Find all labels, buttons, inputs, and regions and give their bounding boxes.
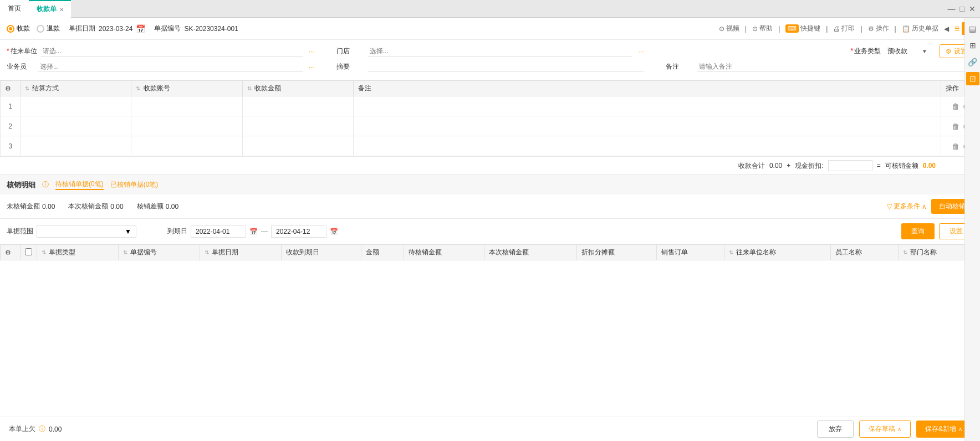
delete-icon-2[interactable]: 🗑 [952,122,959,131]
summary-input[interactable] [368,61,644,72]
th-account-label: 收款账号 [144,84,170,92]
date-dash: — [261,228,268,235]
current-value: 0.00 [110,203,123,211]
account-cell-1[interactable] [131,96,242,116]
history-icon: 📋 [902,25,910,33]
counterpart-input[interactable] [40,46,303,57]
unverified-label: 未核销金额 [7,202,40,211]
form-area: 往来单位 ··· 门店 ··· 业务类型 预收款 ▼ ⚙ 设置 业务员 [0,40,980,80]
right-panel: ▤ ⊞ 🔗 ⊡ [964,18,980,441]
biz-type-chevron-icon[interactable]: ▼ [922,48,927,54]
more-conditions-btn[interactable]: ▽ 更多条件 ∧ [887,202,927,211]
row-num-3: 3 [1,136,21,156]
filter-icon: ▽ [887,203,892,211]
tab-home[interactable]: 首页 [0,0,29,18]
tab-receipt[interactable]: 收款单 × [29,0,71,18]
th-due-label: 收款到期日 [286,248,319,256]
remark-label: 备注 [666,62,693,71]
right-panel-icon-1[interactable]: ▤ [966,22,979,35]
operation-btn[interactable]: ⚙ 操作 [868,24,889,33]
save-new-button[interactable]: 保存&新增 ∧ [916,421,971,438]
remark-cell-3[interactable] [353,136,941,156]
close-button[interactable]: ✕ [969,4,976,13]
amount-cell-1[interactable] [242,96,353,116]
nav-left-icon[interactable]: ◀ [944,25,949,33]
table-gear-icon[interactable]: ⚙ [5,85,11,93]
right-panel-icon-2[interactable]: ⊞ [966,39,979,52]
settlement-cell-2[interactable] [21,116,131,136]
remark-cell-1[interactable] [353,96,941,116]
remark-field: 备注 [666,61,973,72]
th-amount-label: 金额 [366,248,379,256]
shortcut-label: 快捷键 [800,24,820,33]
query-button[interactable]: 查询 [901,223,935,239]
amount-cell-2[interactable] [242,116,353,136]
settlement-cell-3[interactable] [21,136,131,156]
done-tab[interactable]: 已核销单据(0笔) [110,180,159,189]
section-info-icon[interactable]: ⓘ [42,180,49,189]
bottom-gear-icon[interactable]: ⚙ [5,249,11,257]
sort-settlement-icon: ⇅ [25,85,29,91]
th-counterpart-name: ⇅ 往来单位名称 [724,245,831,260]
staff-more-icon[interactable]: ··· [309,63,314,71]
th-staff-name-label: 员工名称 [835,248,862,256]
help-btn[interactable]: ⊙ 帮助 [752,24,773,33]
footer-info-icon[interactable]: ⓘ [39,424,45,434]
footer-info-label: 本单上欠 [9,424,35,434]
settlement-cell-1[interactable] [21,96,131,116]
list-view-icon[interactable]: ≡ [955,24,959,34]
pending-tab[interactable]: 待核销单据(0笔) [55,180,104,190]
remark-input[interactable] [697,61,973,72]
th-doc-num: ⇅ 单据编号 [118,245,200,260]
range-label: 单据范围 [7,227,33,236]
video-btn[interactable]: ⊙ 视频 [719,24,739,33]
maximize-button[interactable]: □ [960,4,964,13]
print-btn[interactable]: 🖨 打印 [833,24,855,33]
date-value: 2023-03-24 [99,25,132,33]
staff-input[interactable] [38,61,303,72]
delete-icon-1[interactable]: 🗑 [952,102,959,111]
date-from-input[interactable] [191,225,246,238]
sort-amount-icon: ⇅ [247,85,252,91]
th-discount: 折扣分摊额 [576,245,656,260]
amount-cell-3[interactable] [242,136,353,156]
right-panel-icon-4[interactable]: ⊡ [966,72,979,85]
date-to-input[interactable] [271,225,326,238]
save-new-chevron-icon: ∧ [958,426,962,432]
select-all-checkbox[interactable] [25,248,32,255]
discount-input[interactable] [828,160,872,171]
biz-type-value: 预收款 [887,47,907,56]
minimize-button[interactable]: — [948,4,956,13]
cal-to-icon[interactable]: 📅 [330,228,338,235]
store-input[interactable] [368,46,633,57]
due-date-field: 到期日 📅 — 📅 [167,225,338,238]
print-icon: 🖨 [833,25,840,33]
sort-date-icon: ⇅ [205,249,209,255]
equals-sign: = [877,162,881,170]
counterpart-field: 往来单位 ··· [7,46,314,57]
remark-cell-2[interactable] [353,116,941,136]
account-cell-2[interactable] [131,116,242,136]
refund-radio[interactable]: 退款 [37,24,60,33]
th-doc-type: ⇅ 单据类型 [37,245,119,260]
diff-stat: 核销差额 0.00 [137,202,178,211]
video-label: 视频 [726,24,739,33]
abandon-button[interactable]: 放弃 [817,421,854,438]
cal-from-icon[interactable]: 📅 [249,228,258,235]
shortcut-btn[interactable]: ⌨ 快捷键 [785,24,820,33]
delete-icon-3[interactable]: 🗑 [952,142,959,151]
store-more-icon[interactable]: ··· [638,48,644,55]
counterpart-more-icon[interactable]: ··· [309,48,314,55]
total-label: 收款合计 [738,161,765,171]
account-cell-3[interactable] [131,136,242,156]
th-doc-type-label: 单据类型 [49,248,75,256]
history-btn[interactable]: 📋 历史单据 [902,24,938,33]
tab-close-icon[interactable]: × [60,6,63,13]
divider-3: | [826,25,828,33]
receipt-radio[interactable]: 收款 [7,24,30,33]
right-panel-icon-3[interactable]: 🔗 [966,55,979,69]
save-draft-button[interactable]: 保存草稿 ∧ [859,421,911,438]
calendar-icon[interactable]: 📅 [136,24,145,33]
total-value: 0.00 [769,162,782,170]
range-select[interactable]: ▼ [37,225,136,238]
